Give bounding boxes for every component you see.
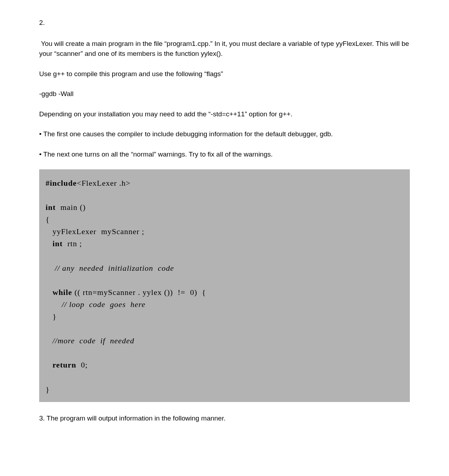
paragraph-compile: Use g++ to compile this program and use … xyxy=(39,69,410,79)
code-comment: // loop code goes here xyxy=(46,300,145,309)
paragraph-flags: -ggdb -Wall xyxy=(39,89,410,99)
code-keyword: while xyxy=(46,288,72,297)
code-text: { xyxy=(46,215,50,224)
code-text: rtn ; xyxy=(63,239,82,248)
bullet-warnings: • The next one turns on all the “normal”… xyxy=(39,149,410,160)
paragraph-std-option: Depending on your installation you may n… xyxy=(39,109,410,120)
code-text: main () xyxy=(56,203,86,212)
code-text: } xyxy=(46,312,57,321)
code-text: } xyxy=(46,385,50,394)
code-comment: //more code if needed xyxy=(46,336,134,345)
code-text: yyFlexLexer myScanner ; xyxy=(46,227,145,236)
code-text: (( rtn=myScanner . yylex ()) != 0) { xyxy=(72,288,206,297)
code-text: 0; xyxy=(76,360,88,369)
code-block: #include<FlexLexer .h> int main () { yyF… xyxy=(39,169,410,402)
section-number: 2. xyxy=(39,18,410,28)
paragraph-intro: You will create a main program in the fi… xyxy=(39,39,410,59)
code-keyword: return xyxy=(46,360,76,369)
bullet-debug: • The first one causes the compiler to i… xyxy=(39,129,410,139)
paragraph-section3: 3. The program will output information i… xyxy=(39,413,410,424)
code-text: <FlexLexer .h> xyxy=(77,179,130,187)
code-keyword: int xyxy=(46,203,56,212)
code-keyword: #include xyxy=(46,179,77,187)
code-comment: // any needed initialization code xyxy=(46,264,174,273)
code-keyword: int xyxy=(46,239,63,248)
